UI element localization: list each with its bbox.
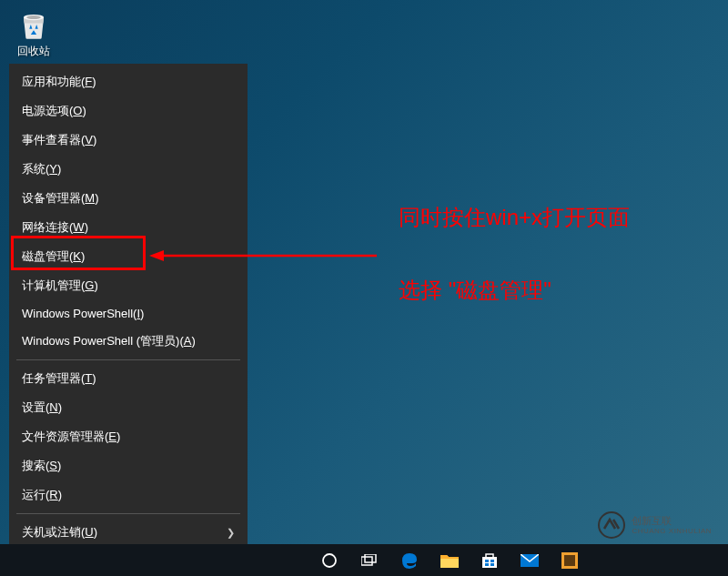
taskbar-store[interactable] — [470, 544, 510, 576]
svg-point-5 — [323, 554, 336, 567]
svg-rect-13 — [490, 563, 494, 566]
taskbar-edge[interactable] — [389, 544, 430, 576]
menu-item-network-connections[interactable]: 网络连接(W) — [9, 213, 248, 242]
menu-item-file-explorer[interactable]: 文件资源管理器(E) — [9, 422, 248, 451]
menu-item-shutdown-signout[interactable]: 关机或注销(U) ❯ — [9, 518, 248, 547]
menu-item-device-manager[interactable]: 设备管理器(M) — [9, 184, 248, 213]
menu-separator — [16, 359, 240, 360]
mail-icon — [521, 554, 539, 567]
svg-point-4 — [599, 512, 624, 538]
menu-item-apps-features[interactable]: 应用和功能(F) — [9, 67, 248, 96]
menu-separator — [16, 513, 240, 514]
svg-rect-6 — [361, 557, 372, 565]
menu-item-computer-management[interactable]: 计算机管理(G) — [9, 271, 248, 300]
taskbar — [0, 544, 728, 576]
taskbar-cortana[interactable] — [309, 544, 349, 576]
svg-rect-9 — [486, 554, 493, 558]
menu-item-powershell[interactable]: Windows PowerShell(I) — [9, 300, 248, 327]
taskbar-file-explorer[interactable] — [430, 544, 470, 576]
annotation-text-1: 同时按住win+x打开页面 — [399, 203, 630, 232]
menu-item-system[interactable]: 系统(Y) — [9, 155, 248, 184]
taskview-icon — [361, 554, 378, 567]
folder-icon — [440, 553, 459, 568]
menu-item-powershell-admin[interactable]: Windows PowerShell (管理员)(A) — [9, 327, 248, 356]
taskbar-taskview[interactable] — [349, 544, 389, 576]
menu-item-settings[interactable]: 设置(N) — [9, 393, 248, 422]
menu-item-power-options[interactable]: 电源选项(O) — [9, 96, 248, 126]
edge-icon — [400, 551, 419, 570]
svg-rect-16 — [564, 555, 575, 566]
menu-item-event-viewer[interactable]: 事件查看器(V) — [9, 126, 248, 155]
taskbar-app-yellow[interactable] — [550, 544, 590, 576]
brand-name: 创新互联 — [632, 515, 712, 527]
menu-item-task-manager[interactable]: 任务管理器(T) — [9, 364, 248, 393]
svg-point-1 — [26, 15, 41, 19]
svg-rect-8 — [482, 557, 497, 568]
taskbar-mail[interactable] — [510, 544, 550, 576]
brand-logo: 创新互联 CHUANG XINHULIAN — [597, 510, 712, 540]
winx-menu: 应用和功能(F) 电源选项(O) 事件查看器(V) 系统(Y) 设备管理器(M)… — [9, 64, 248, 576]
chevron-right-icon: ❯ — [227, 527, 235, 539]
menu-item-search[interactable]: 搜索(S) — [9, 451, 248, 480]
svg-rect-10 — [485, 560, 489, 562]
store-icon — [481, 552, 498, 569]
menu-item-disk-management[interactable]: 磁盘管理(K) — [9, 242, 248, 271]
svg-rect-12 — [485, 563, 489, 566]
brand-mark-icon — [597, 510, 626, 540]
desktop-icon-recycle-bin[interactable]: 回收站 — [16, 7, 51, 59]
app-icon — [561, 552, 578, 569]
recycle-bin-icon — [16, 7, 51, 42]
annotation-text-2: 选择 "磁盘管理" — [399, 276, 551, 305]
cortana-icon — [321, 552, 338, 569]
svg-rect-11 — [490, 560, 494, 562]
desktop-icon-label: 回收站 — [17, 44, 50, 59]
menu-item-run[interactable]: 运行(R) — [9, 480, 248, 510]
brand-subtitle: CHUANG XINHULIAN — [632, 527, 712, 536]
svg-rect-7 — [365, 554, 376, 562]
